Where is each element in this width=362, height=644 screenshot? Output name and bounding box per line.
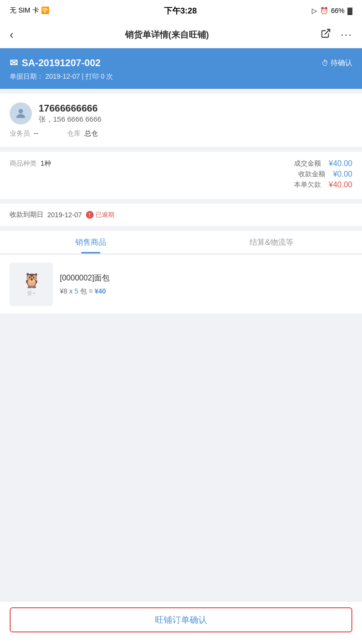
svg-point-1 bbox=[18, 109, 23, 113]
order-status: ⏱ 待确认 bbox=[321, 58, 352, 68]
tabs-container: 销售商品 结算&物流等 bbox=[0, 231, 362, 254]
deal-label: 成交金额 bbox=[294, 159, 321, 168]
print-info: | 打印 0 次 bbox=[82, 72, 113, 80]
price-multiply: x bbox=[69, 287, 74, 295]
due-date-value: 2019-12-07 bbox=[47, 211, 82, 219]
product-image: 🦉 督+ bbox=[10, 263, 53, 306]
received-label: 收款金额 bbox=[298, 170, 325, 179]
order-id-icon: ✉ bbox=[10, 57, 18, 69]
owed-amount-row: 本单欠款 ¥40.00 bbox=[294, 181, 352, 189]
customer-phone: 17666666666 bbox=[39, 103, 101, 114]
tab-settlement-label: 结算&物流等 bbox=[250, 238, 293, 246]
price-total: ¥40 bbox=[95, 287, 106, 295]
svg-line-0 bbox=[325, 29, 330, 34]
price-unit-text: 包 bbox=[80, 287, 87, 295]
overdue-warning-icon: ! bbox=[86, 211, 94, 219]
more-icon[interactable]: ··· bbox=[341, 28, 352, 41]
due-date-label: 收款到期日 bbox=[10, 210, 43, 219]
date-value: 2019-12-07 bbox=[45, 72, 80, 80]
bottom-area: 旺铺订单确认 bbox=[0, 601, 362, 644]
confirm-order-button[interactable]: 旺铺订单确认 bbox=[10, 607, 352, 632]
owed-value: ¥40.00 bbox=[329, 181, 352, 189]
received-amount-row: 收款金额 ¥0.00 bbox=[294, 170, 352, 179]
date-label: 单据日期： bbox=[10, 72, 43, 80]
staff-label: 业务员 bbox=[10, 129, 30, 138]
product-name: [0000002]面包 bbox=[60, 273, 352, 283]
no-sim-text: 无 SIM 卡 🛜 bbox=[10, 6, 49, 15]
status-right: ▷ ⏰ 66% ▓ bbox=[312, 7, 352, 14]
empty-area bbox=[0, 314, 362, 410]
summary-card: 商品种类 1种 成交金额 ¥40.00 收款金额 ¥0.00 本单欠款 ¥40.… bbox=[0, 152, 362, 199]
order-id: ✉ SA-20191207-002 bbox=[10, 57, 100, 69]
warehouse-value: 总仓 bbox=[84, 129, 98, 138]
warehouse-label: 仓库 bbox=[67, 129, 81, 138]
status-left: 无 SIM 卡 🛜 bbox=[10, 6, 49, 15]
overdue-badge: ! 已逾期 bbox=[86, 210, 114, 219]
due-date-card: 收款到期日 2019-12-07 ! 已逾期 bbox=[0, 204, 362, 226]
price-unit: ¥8 bbox=[60, 287, 68, 295]
type-value: 1种 bbox=[41, 159, 51, 168]
staff-meta: 业务员 -- bbox=[10, 129, 38, 138]
order-id-text: SA-20191207-002 bbox=[22, 57, 100, 69]
summary-row: 商品种类 1种 成交金额 ¥40.00 收款金额 ¥0.00 本单欠款 ¥40.… bbox=[10, 159, 352, 191]
overdue-text: 已逾期 bbox=[96, 210, 114, 219]
nav-bar: ‹ 销货单详情(来自旺铺) ··· bbox=[0, 21, 362, 48]
status-bar: 无 SIM 卡 🛜 下午3:28 ▷ ⏰ 66% ▓ bbox=[0, 0, 362, 21]
order-header: ✉ SA-20191207-002 ⏱ 待确认 单据日期： 2019-12-07… bbox=[0, 48, 362, 89]
products-section: 🦉 督+ [0000002]面包 ¥8 x 5 包 = ¥40 bbox=[0, 255, 362, 314]
product-title: 面包 bbox=[94, 274, 110, 282]
product-price: ¥8 x 5 包 = ¥40 bbox=[60, 287, 352, 296]
amount-summary: 成交金额 ¥40.00 收款金额 ¥0.00 本单欠款 ¥40.00 bbox=[294, 159, 352, 191]
type-label: 商品种类 bbox=[10, 159, 37, 168]
deal-value: ¥40.00 bbox=[329, 159, 352, 168]
customer-top: 17666666666 张，156 6666 6666 bbox=[10, 102, 352, 125]
tab-sales-product-label: 销售商品 bbox=[75, 238, 106, 246]
battery-icon: ▓ bbox=[348, 7, 352, 14]
customer-name: 张，156 6666 6666 bbox=[39, 115, 101, 124]
order-header-top: ✉ SA-20191207-002 ⏱ 待确认 bbox=[10, 57, 352, 69]
tab-sales-product[interactable]: 销售商品 bbox=[0, 231, 181, 253]
page-title: 销货单详情(来自旺铺) bbox=[125, 29, 209, 41]
product-item: 🦉 督+ [0000002]面包 ¥8 x 5 包 = ¥40 bbox=[0, 255, 362, 314]
status-time: 下午3:28 bbox=[164, 5, 197, 16]
avatar bbox=[10, 102, 32, 125]
staff-value: -- bbox=[34, 129, 38, 138]
warehouse-meta: 仓库 总仓 bbox=[67, 129, 98, 138]
product-info: [0000002]面包 ¥8 x 5 包 = ¥40 bbox=[60, 273, 352, 296]
deal-amount-row: 成交金额 ¥40.00 bbox=[294, 159, 352, 168]
customer-card: 17666666666 张，156 6666 6666 业务员 -- 仓库 总仓 bbox=[0, 94, 362, 147]
status-clock-icon: ⏱ bbox=[321, 59, 329, 67]
nav-actions: ··· bbox=[320, 28, 352, 41]
price-qty: 5 bbox=[74, 287, 78, 295]
product-type-row: 商品种类 1种 bbox=[10, 159, 51, 168]
customer-meta: 业务员 -- 仓库 总仓 bbox=[10, 129, 352, 138]
share-icon[interactable] bbox=[320, 28, 331, 41]
clock-icon: ⏰ bbox=[320, 7, 328, 14]
battery-text: 66% bbox=[331, 7, 345, 14]
order-date: 单据日期： 2019-12-07 | 打印 0 次 bbox=[10, 72, 352, 81]
price-equals: = bbox=[89, 287, 95, 295]
owed-label: 本单欠款 bbox=[294, 181, 321, 189]
tab-settlement[interactable]: 结算&物流等 bbox=[181, 231, 362, 253]
location-icon: ▷ bbox=[312, 7, 317, 14]
product-code: [0000002] bbox=[60, 274, 94, 282]
order-status-text: 待确认 bbox=[331, 58, 352, 68]
customer-info: 17666666666 张，156 6666 6666 bbox=[39, 103, 101, 124]
back-button[interactable]: ‹ bbox=[10, 28, 14, 42]
received-value: ¥0.00 bbox=[333, 170, 352, 179]
